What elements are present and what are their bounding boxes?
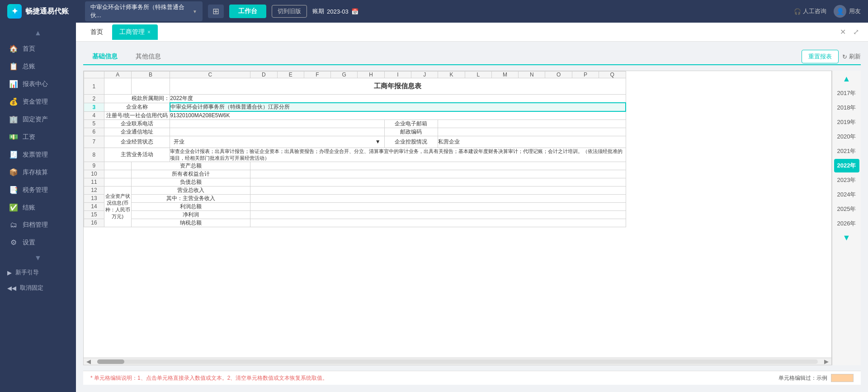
reset-report-button[interactable]: 重置报表 — [802, 50, 839, 63]
cell-6-zip[interactable] — [438, 128, 626, 136]
sidebar-newbie[interactable]: ▶ 新手引导 — [0, 265, 76, 280]
row-num-8: 8 — [84, 148, 104, 162]
sidebar-item-ledger[interactable]: 📋 总账 — [0, 57, 76, 75]
refresh-button[interactable]: ↻ 刷新 — [842, 53, 861, 61]
expand-panel-button[interactable]: ⤢ — [851, 26, 861, 38]
cell-15-val[interactable] — [250, 210, 626, 219]
table-row: 5 企业联系电话 企业电子邮箱 — [84, 120, 626, 128]
col-header-a: A — [104, 72, 131, 78]
cell-12-sub: 营业总收入 — [131, 186, 250, 194]
cell-16-val[interactable] — [250, 219, 626, 227]
sidebar-scroll-down[interactable]: ▼ — [0, 251, 76, 265]
sub-tab-basic[interactable]: 基础信息 — [83, 49, 127, 65]
year-item-2023[interactable]: 2023年 — [834, 173, 859, 187]
table-row: 9 资产总额 — [84, 162, 626, 170]
status-bar: * 单元格编辑说明：1、点击单元格直接录入数值或文本。2、清空单元格数值或文本恢… — [83, 371, 861, 385]
sidebar-item-reports[interactable]: 📊 报表中心 — [0, 75, 76, 93]
sidebar-item-home[interactable]: 🏠 首页 — [0, 40, 76, 57]
close-panel-button[interactable]: ✕ — [838, 26, 848, 38]
settings-icon: ⚙ — [9, 238, 18, 247]
year-item-2020[interactable]: 2020年 — [834, 130, 859, 143]
horizontal-scrollbar[interactable]: ◀ ▶ — [84, 358, 831, 365]
row-num-11: 11 — [84, 178, 104, 186]
cell-13-val[interactable] — [250, 194, 626, 202]
sidebar-item-assets[interactable]: 🏢 固定资产 — [0, 110, 76, 128]
tab-label: 工商管理 — [119, 28, 145, 36]
year-item-2019[interactable]: 2019年 — [834, 115, 859, 129]
year-item-2026[interactable]: 2026年 — [834, 217, 859, 230]
table-row: 12 企业资产状况信息(币种：人民币万元) 营业总收入 — [84, 186, 626, 194]
hscroll-left-icon[interactable]: ◀ — [84, 358, 94, 365]
year-nav-up-icon[interactable]: ▲ — [841, 72, 853, 86]
sidebar-label-salary: 工资 — [23, 133, 35, 141]
cell-7-control[interactable]: 私营企业 — [438, 136, 626, 148]
sidebar-item-inventory[interactable]: 📦 库存核算 — [0, 163, 76, 181]
sidebar-pin[interactable]: ◀◀ 取消固定 — [0, 280, 76, 296]
status-right: 单元格编辑过：示例 — [778, 374, 854, 382]
copy-button[interactable]: ⊞ — [208, 5, 224, 18]
cell-11-val[interactable] — [250, 178, 626, 186]
year-item-2025[interactable]: 2025年 — [834, 202, 859, 216]
tab-close-icon[interactable]: × — [147, 29, 151, 35]
year-item-2018[interactable]: 2018年 — [834, 101, 859, 115]
table-row: 10 所有者权益合计 — [84, 170, 626, 178]
cell-4-value[interactable]: 91320100MA208E5W6K — [170, 111, 626, 120]
cell-14-val[interactable] — [250, 202, 626, 210]
service-label: 人工咨询 — [803, 7, 826, 15]
switch-version-button[interactable]: 切到旧版 — [272, 5, 307, 18]
status-dropdown[interactable]: 开业 ▼ — [170, 136, 384, 148]
period-area: 账期 2023-03 📅 — [312, 7, 359, 15]
hscroll-thumb[interactable] — [97, 359, 124, 364]
user-area[interactable]: 👤 用友 — [834, 5, 861, 18]
cell-9-val[interactable] — [250, 162, 626, 170]
row-num-16: 16 — [84, 219, 104, 227]
cell-7-label: 企业经营状态 — [104, 136, 170, 148]
workbench-button[interactable]: 工作台 — [229, 5, 266, 18]
cell-6-addr[interactable] — [170, 128, 384, 136]
company-selector[interactable]: 中审众环会计师事务所（特殊普通合伙... ▼ — [85, 1, 203, 21]
year-item-2022[interactable]: 2022年 — [834, 159, 859, 172]
hscroll-right-icon[interactable]: ▶ — [821, 358, 831, 365]
cell-7-control-label: 企业控股情况 — [384, 136, 438, 148]
sidebar-up-icon[interactable]: ▲ — [31, 28, 45, 38]
cell-12-val[interactable] — [250, 186, 626, 194]
sub-tab-other[interactable]: 其他信息 — [127, 49, 170, 65]
hscroll-track[interactable] — [97, 359, 818, 364]
cell-10-a — [104, 170, 131, 178]
cell-1b — [131, 78, 170, 95]
cell-3-value[interactable]: 中审众环会计师事务所（特殊普通合伙）江苏分所 — [170, 103, 626, 111]
service-button[interactable]: 🎧 人工咨询 — [794, 7, 826, 15]
sidebar-item-archive[interactable]: 🗂 归档管理 — [0, 216, 76, 234]
year-item-2017[interactable]: 2017年 — [834, 86, 859, 100]
calendar-icon[interactable]: 📅 — [351, 8, 359, 15]
sidebar-label-archive: 归档管理 — [23, 221, 48, 229]
tab-business-management[interactable]: 工商管理 × — [112, 24, 158, 40]
tab-home[interactable]: 首页 — [83, 24, 110, 40]
dropdown-arrow-icon: ▼ — [375, 139, 381, 145]
sidebar-item-settings[interactable]: ⚙ 设置 — [0, 234, 76, 251]
table-row: 13 其中：主营业务收入 — [84, 194, 626, 202]
sidebar-item-invoice[interactable]: 🧾 发票管理 — [0, 146, 76, 163]
sheet-title: 工商年报信息表 — [170, 78, 626, 95]
cell-4-label: 注册号/统一社会信用代码 — [104, 111, 170, 120]
cell-5-email[interactable] — [438, 120, 626, 128]
cell-5-phone[interactable] — [170, 120, 384, 128]
col-header-e: E — [277, 72, 304, 78]
sidebar-item-finance[interactable]: 💰 资金管理 — [0, 93, 76, 110]
year-item-2024[interactable]: 2024年 — [834, 188, 859, 201]
headset-icon: 🎧 — [794, 8, 801, 15]
sidebar-item-salary[interactable]: 💵 工资 — [0, 128, 76, 146]
cell-7-status[interactable]: 开业 ▼ — [170, 136, 384, 148]
sidebar-scroll-up[interactable]: ▲ — [0, 26, 76, 40]
cell-10-val[interactable] — [250, 170, 626, 178]
year-nav-down-icon[interactable]: ▼ — [841, 231, 853, 244]
logo-icon: ✦ — [7, 4, 22, 19]
year-item-2021[interactable]: 2021年 — [834, 144, 859, 158]
sidebar-item-tax[interactable]: 📑 税务管理 — [0, 181, 76, 199]
header-right: 🎧 人工咨询 👤 用友 — [794, 5, 861, 18]
cell-2-value[interactable]: 2022年度 — [170, 95, 626, 103]
sidebar-item-close[interactable]: ✅ 结账 — [0, 199, 76, 216]
cell-8-value[interactable]: 审查企业会计报表；出具审计报告；验证企业资本；出具验资报告；办理企业合开、分立、… — [170, 148, 626, 162]
sidebar-down-icon[interactable]: ▼ — [31, 253, 45, 263]
table-scroll[interactable]: A B C D E F G H I J — [84, 71, 831, 358]
